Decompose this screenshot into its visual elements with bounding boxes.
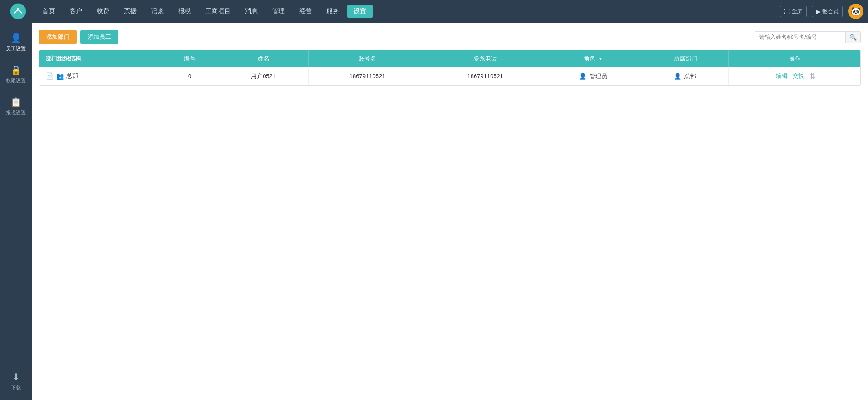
search-button[interactable]: 🔍: [845, 32, 860, 43]
main-content: 添加部门 添加员工 🔍 部门组织结构 📄 👥: [32, 23, 868, 400]
cell-actions: 编辑 交接 ⇅: [729, 67, 860, 85]
col-header-account: 账号名: [308, 50, 426, 67]
fullscreen-button[interactable]: ⛶ 全屏: [780, 6, 807, 17]
col-header-name: 姓名: [218, 50, 308, 67]
dept-user-icon: 👥: [56, 72, 64, 80]
nav-home[interactable]: 首页: [36, 5, 61, 18]
col-header-dept: 所属部门: [642, 50, 729, 67]
dept-tree-header: 部门组织结构: [39, 50, 161, 67]
member-button[interactable]: ▶ 畅会员: [812, 6, 843, 17]
table-head: 编号 姓名 账号名 联系电话 角色 ▼ 所属部门 操作: [161, 50, 860, 67]
sidebar-tax-label: 报税设置: [6, 109, 26, 116]
dept-ref-user-icon: 👤: [674, 73, 681, 80]
tax-setting-icon: 📋: [10, 97, 22, 108]
dept-file-icon: 📄: [46, 72, 53, 80]
dept-tree-item[interactable]: 📄 👥 总部: [39, 67, 161, 85]
permission-icon: 🔒: [10, 65, 22, 75]
cell-account: 18679110521: [308, 67, 426, 85]
nav-operation[interactable]: 经营: [293, 5, 318, 18]
nav-invoice[interactable]: 票据: [118, 5, 143, 18]
employee-icon: 👤: [10, 33, 22, 43]
member-icon: ▶: [816, 8, 821, 15]
sidebar: 👤 员工设置 🔒 权限设置 📋 报税设置 ⬇ 下载: [0, 23, 32, 400]
sidebar-employee-label: 员工设置: [6, 45, 26, 52]
avatar[interactable]: 🐼: [848, 4, 863, 19]
cell-role: 👤 管理员: [544, 67, 642, 85]
nav-customer[interactable]: 客户: [63, 5, 89, 18]
top-nav-right: ⛶ 全屏 ▶ 畅会员 🐼: [780, 4, 863, 19]
svg-point-1: [17, 8, 19, 10]
transfer-link[interactable]: 交接: [793, 72, 804, 79]
search-icon: 🔍: [849, 34, 857, 41]
nav-fee[interactable]: 收费: [90, 5, 116, 18]
search-bar: 🔍: [755, 31, 861, 43]
sidebar-item-tax-setting[interactable]: 📋 报税设置: [0, 91, 32, 122]
nav-tax[interactable]: 报税: [172, 5, 197, 18]
col-header-id: 编号: [161, 50, 218, 67]
fullscreen-icon: ⛶: [784, 8, 790, 15]
col-header-role: 角色 ▼: [544, 50, 642, 67]
logo: [5, 3, 32, 19]
download-icon: ⬇: [12, 372, 20, 382]
edit-link[interactable]: 编辑: [776, 72, 788, 79]
cell-id: 0: [161, 67, 218, 85]
nav-items: 首页 客户 收费 票据 记账 报税 工商项目 消息 管理 经营 服务 设置: [36, 5, 780, 18]
nav-accounting[interactable]: 记账: [145, 5, 170, 18]
col-header-phone: 联系电话: [426, 50, 544, 67]
nav-service[interactable]: 服务: [320, 5, 345, 18]
sidebar-item-employee[interactable]: 👤 员工设置: [0, 27, 32, 57]
sidebar-download-label: 下载: [11, 384, 21, 391]
nav-manage[interactable]: 管理: [266, 5, 291, 18]
search-input[interactable]: [755, 32, 845, 42]
table-header-row: 编号 姓名 账号名 联系电话 角色 ▼ 所属部门 操作: [161, 50, 860, 67]
table-section: 部门组织结构 📄 👥 总部 编号 姓名 账号名: [39, 50, 861, 86]
top-nav: 首页 客户 收费 票据 记账 报税 工商项目 消息 管理 经营 服务 设置 ⛶ …: [0, 0, 868, 23]
row-sort-arrows[interactable]: ⇅: [810, 72, 816, 80]
add-staff-button[interactable]: 添加员工: [80, 30, 118, 44]
add-dept-button[interactable]: 添加部门: [39, 30, 77, 44]
nav-message[interactable]: 消息: [239, 5, 264, 18]
table-row: 0 用户0521 18679110521 18679110521 👤 管理员 👤: [161, 67, 860, 85]
cell-phone: 18679110521: [426, 67, 544, 85]
nav-settings[interactable]: 设置: [347, 5, 373, 18]
cell-dept: 👤 总部: [642, 67, 729, 85]
layout: 👤 员工设置 🔒 权限设置 📋 报税设置 ⬇ 下载 添加部门 添加员工: [0, 23, 868, 400]
content-area: 添加部门 添加员工 🔍 部门组织结构 📄 👥: [32, 23, 868, 400]
cell-name: 用户0521: [218, 67, 308, 85]
table-body: 0 用户0521 18679110521 18679110521 👤 管理员 👤: [161, 67, 860, 85]
role-user-icon: 👤: [579, 73, 586, 80]
toolbar-row: 添加部门 添加员工 🔍: [39, 30, 861, 44]
member-label: 畅会员: [822, 8, 839, 15]
fullscreen-label: 全屏: [792, 8, 802, 15]
col-header-action: 操作: [729, 50, 860, 67]
staff-table: 编号 姓名 账号名 联系电话 角色 ▼ 所属部门 操作: [161, 50, 860, 85]
svg-point-0: [10, 4, 26, 19]
nav-commerce[interactable]: 工商项目: [199, 5, 237, 18]
sidebar-item-permission[interactable]: 🔒 权限设置: [0, 59, 32, 89]
dept-tree: 部门组织结构 📄 👥 总部: [39, 50, 161, 85]
sidebar-permission-label: 权限设置: [6, 77, 26, 84]
role-sort-icon[interactable]: ▼: [599, 57, 603, 61]
dept-tree-label: 总部: [66, 72, 78, 80]
staff-table-wrap: 编号 姓名 账号名 联系电话 角色 ▼ 所属部门 操作: [161, 50, 860, 85]
sidebar-download[interactable]: ⬇ 下载: [9, 367, 23, 395]
